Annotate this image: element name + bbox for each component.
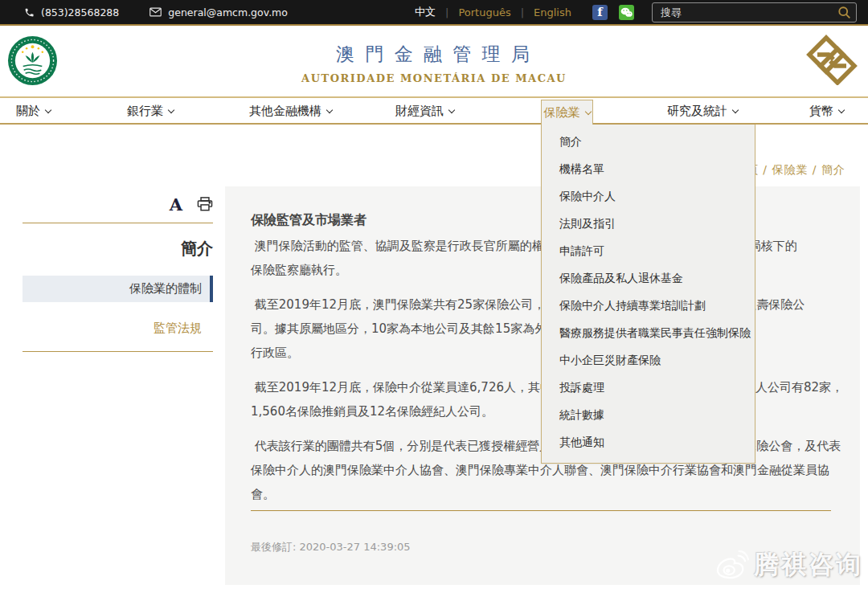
amcm-diamond-logo	[805, 34, 858, 88]
wechat-icon[interactable]	[619, 5, 634, 20]
site-title-chinese: 澳 門 金 融 管 理 局	[301, 42, 567, 67]
macau-government-emblem[interactable]	[7, 35, 58, 89]
print-icon[interactable]	[197, 197, 213, 211]
menu-item-laws-guidelines[interactable]: 法則及指引	[542, 211, 755, 238]
nav-item-banking[interactable]: 銀行業	[127, 100, 174, 123]
menu-item-other-notices[interactable]: 其他通知	[542, 429, 755, 456]
sidebar-item-insurance-system[interactable]: 保險業的體制	[23, 276, 213, 302]
sidebar-item-regulations[interactable]: 監管法規	[23, 321, 202, 336]
menu-item-statistics[interactable]: 統計數據	[542, 402, 755, 429]
phone-contact: (853)28568288	[24, 6, 119, 18]
chevron-down-icon	[448, 107, 455, 113]
search-icon[interactable]	[837, 6, 851, 22]
nav-item-financial-information[interactable]: 財經資訊	[395, 100, 454, 123]
search-input[interactable]	[652, 2, 857, 22]
menu-item-cpd-programme[interactable]: 保險中介人持續專業培訓計劃	[542, 292, 755, 320]
menu-item-institution-list[interactable]: 機構名單	[542, 156, 755, 183]
content-divider	[251, 510, 831, 511]
lang-pt[interactable]: Português	[448, 6, 520, 18]
sidebar-divider-bottom	[23, 351, 213, 352]
page-tools: A	[23, 194, 213, 214]
site-title-block[interactable]: 澳 門 金 融 管 理 局 AUTORIDADE MONETÁRIA DE MA…	[301, 42, 567, 84]
chevron-down-icon	[584, 108, 591, 114]
menu-item-insurance-products-pension-funds[interactable]: 保險產品及私人退休基金	[542, 265, 755, 292]
font-size-button[interactable]: A	[170, 196, 182, 213]
top-utility-bar: (853)28568288 general@amcm.gov.mo 中文 | P…	[0, 0, 868, 26]
email-address[interactable]: general@amcm.gov.mo	[168, 6, 288, 18]
chevron-down-icon	[45, 107, 51, 113]
phone-icon	[24, 7, 35, 18]
sidebar-section-title: 簡介	[23, 238, 213, 260]
menu-item-application-license[interactable]: 申請許可	[542, 238, 755, 265]
insurance-dropdown-menu: 簡介 機構名單 保險中介人 法則及指引 申請許可 保險產品及私人退休基金 保險中…	[541, 125, 755, 464]
last-modified-timestamp: 最後修訂: 2020-03-27 14:39:05	[251, 540, 411, 554]
nav-item-other-financial-institutions[interactable]: 其他金融機構	[249, 100, 332, 123]
chevron-down-icon	[732, 107, 739, 113]
menu-item-insurance-intermediaries[interactable]: 保險中介人	[542, 183, 755, 211]
site-header: 澳 門 金 融 管 理 局 AUTORIDADE MONETÁRIA DE MA…	[0, 26, 868, 98]
email-contact[interactable]: general@amcm.gov.mo	[149, 6, 288, 18]
nav-item-research-statistics[interactable]: 研究及統計	[667, 100, 738, 123]
menu-item-complaint-handling[interactable]: 投訴處理	[542, 374, 755, 402]
chevron-down-icon	[326, 107, 333, 113]
phone-number: (853)28568288	[41, 6, 119, 18]
menu-item-introduction[interactable]: 簡介	[542, 129, 755, 156]
email-icon	[149, 7, 162, 17]
chevron-down-icon	[168, 107, 174, 113]
sidebar-divider-top	[23, 223, 213, 223]
menu-item-sme-catastrophe-insurance[interactable]: 中小企巨災財產保險	[542, 347, 755, 374]
lang-en[interactable]: English	[524, 6, 581, 18]
search-box	[652, 2, 857, 22]
nav-item-about[interactable]: 關於	[16, 100, 51, 123]
main-navigation: 關於 銀行業 其他金融機構 財經資訊 保險業 研究及統計 貨幣	[0, 100, 868, 125]
chevron-down-icon	[838, 107, 845, 113]
lang-zh[interactable]: 中文	[405, 5, 445, 19]
site-title-portuguese: AUTORIDADE MONETÁRIA DE MACAU	[301, 72, 567, 84]
menu-item-medical-liability-insurance[interactable]: 醫療服務提供者職業民事責任強制保險	[542, 320, 755, 347]
nav-item-insurance-active[interactable]: 保險業	[541, 100, 593, 125]
facebook-icon[interactable]: f	[592, 5, 608, 20]
nav-item-currency[interactable]: 貨幣	[809, 100, 844, 123]
